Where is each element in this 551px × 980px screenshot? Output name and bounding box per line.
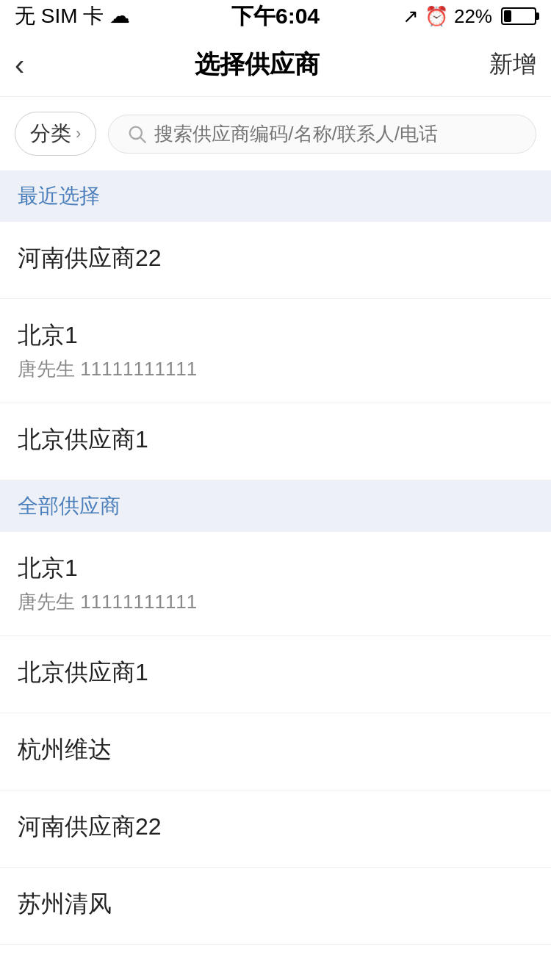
battery-icon xyxy=(501,7,536,25)
status-right: ↗ ⏰ 22% xyxy=(403,5,536,28)
item-name: 北京1 xyxy=(18,320,533,352)
item-detail: 唐先生 11111111111 xyxy=(18,589,533,615)
item-name: 杭州维达 xyxy=(18,734,533,766)
search-icon xyxy=(126,123,147,144)
item-name: 北京供应商1 xyxy=(18,657,533,689)
item-name: 苏州清风 xyxy=(18,888,533,920)
recent-section-header: 最近选择 xyxy=(0,170,551,222)
list-item[interactable]: 北京供应商1 xyxy=(0,403,551,480)
item-detail: 唐先生 11111111111 xyxy=(18,356,533,382)
nav-bar: ‹ 选择供应商 新增 xyxy=(0,32,551,97)
sim-label: 无 SIM 卡 ☁ xyxy=(15,2,130,30)
back-button[interactable]: ‹ xyxy=(15,50,24,79)
filter-bar: 分类 › xyxy=(0,97,551,170)
all-section-header: 全部供应商 xyxy=(0,480,551,532)
list-item[interactable]: 河南供应商22 xyxy=(0,222,551,299)
list-item[interactable]: 河南供应商22 xyxy=(0,790,551,868)
list-item[interactable]: 北京供应商1 xyxy=(0,636,551,713)
alarm-icon: ⏰ xyxy=(425,5,448,28)
category-button[interactable]: 分类 › xyxy=(15,112,96,156)
list-item[interactable]: 北京1唐先生 11111111111 xyxy=(0,299,551,403)
all-list: 北京1唐先生 11111111111北京供应商1杭州维达河南供应商22苏州清风 xyxy=(0,532,551,945)
item-name: 河南供应商22 xyxy=(18,811,533,843)
list-item[interactable]: 苏州清风 xyxy=(0,868,551,945)
location-icon: ↗ xyxy=(403,5,419,28)
item-name: 北京1 xyxy=(18,552,533,585)
list-item[interactable]: 杭州维达 xyxy=(0,713,551,790)
page-title: 选择供应商 xyxy=(195,48,320,82)
search-input[interactable] xyxy=(154,123,518,145)
category-label: 分类 xyxy=(30,120,71,148)
item-name: 北京供应商1 xyxy=(18,424,533,456)
add-button[interactable]: 新增 xyxy=(489,48,536,81)
status-left: 无 SIM 卡 ☁ xyxy=(15,2,130,30)
search-box xyxy=(108,115,536,154)
recent-list: 河南供应商22北京1唐先生 11111111111北京供应商1 xyxy=(0,222,551,480)
status-time: 下午6:04 xyxy=(231,1,320,32)
item-name: 河南供应商22 xyxy=(18,242,533,275)
status-bar: 无 SIM 卡 ☁ 下午6:04 ↗ ⏰ 22% xyxy=(0,0,551,32)
list-item[interactable]: 北京1唐先生 11111111111 xyxy=(0,532,551,636)
battery-percent: 22% xyxy=(454,5,492,28)
svg-line-1 xyxy=(141,137,145,142)
chevron-right-icon: › xyxy=(76,124,81,143)
